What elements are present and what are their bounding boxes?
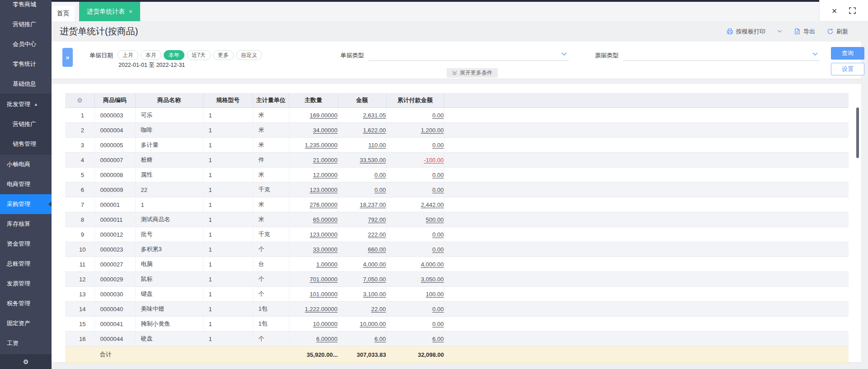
cell-paid-amount: 0.00 (386, 138, 444, 153)
cell-quantity-link[interactable]: 1.00000 (316, 261, 338, 268)
settings-button[interactable]: 设置 (831, 63, 864, 75)
cell-paid-amount-link[interactable]: 0.00 (432, 246, 443, 253)
cell-quantity: 123.00000 (289, 182, 338, 197)
cell-paid-amount-link[interactable]: 0.00 (432, 321, 443, 327)
sidebar-item-5[interactable]: 批发管理▲ (0, 94, 52, 114)
vertical-scrollbar-thumb[interactable] (856, 107, 859, 158)
cell-paid-amount-link[interactable]: 0.00 (432, 142, 443, 149)
sidebar-item-11[interactable]: 库存核算 (0, 214, 52, 234)
cell-product-name: 批号 (135, 227, 203, 242)
sidebar-item-12[interactable]: 资金管理 (0, 234, 52, 254)
sidebar-item-1[interactable]: 营销推广 (0, 14, 52, 34)
sidebar-item-7[interactable]: 销售管理 (0, 134, 52, 154)
date-pill-本月[interactable]: 本月 (141, 50, 161, 60)
cell-quantity-link[interactable]: 34.00000 (313, 127, 337, 134)
cell-paid-amount-link[interactable]: 3,050.00 (421, 276, 444, 283)
tab-close-icon[interactable]: × (129, 9, 132, 14)
tab-home[interactable]: 首页 (52, 6, 75, 21)
cell-amount-link[interactable]: 792.00 (368, 216, 386, 223)
date-pill-近7天[interactable]: 近7天 (187, 50, 211, 60)
sidebar-item-6[interactable]: 营销推广 (0, 114, 52, 134)
cell-quantity-link[interactable]: 1,235.00000 (305, 142, 337, 149)
cell-amount-link[interactable]: 22.00 (371, 306, 386, 313)
sidebar-item-label: 库存核算 (7, 220, 30, 227)
gear-icon[interactable]: ⚙ (23, 358, 29, 365)
cell-quantity-link[interactable]: 12.00000 (313, 172, 337, 178)
cell-paid-amount-link[interactable]: 0.00 (432, 112, 443, 119)
fullscreen-icon[interactable] (849, 7, 856, 14)
cell-quantity-link[interactable]: 33.00000 (313, 246, 337, 253)
cell-quantity-link[interactable]: 21.00000 (313, 157, 337, 163)
cell-amount: 22.00 (338, 302, 386, 317)
sidebar-item-13[interactable]: 总账管理 (0, 254, 52, 274)
close-icon[interactable]: × (832, 6, 837, 15)
date-range-value[interactable]: 2022-01-01 至 2022-12-31 (118, 61, 185, 69)
export-button[interactable]: 导出 (794, 28, 815, 36)
cell-amount-link[interactable]: 10,000.00 (360, 321, 386, 327)
query-button[interactable]: 查询 (831, 47, 864, 60)
refresh-button[interactable]: 刷新 (827, 28, 848, 36)
cell-quantity-link[interactable]: 123.00000 (310, 231, 337, 238)
cell-paid-amount-link[interactable]: 0.00 (432, 306, 443, 313)
cell-amount-link[interactable]: 110.00 (368, 142, 386, 149)
expand-more-conditions-button[interactable]: 展开更多条件 (447, 68, 498, 78)
sidebar-item-17[interactable]: 工资 (0, 333, 52, 353)
print-by-template-button[interactable]: 按模板打印 (726, 28, 765, 36)
sidebar-item-15[interactable]: 税务管理 (0, 294, 52, 313)
cell-quantity-link[interactable]: 169.00000 (310, 112, 337, 119)
column-settings-icon[interactable]: ⚙ (77, 97, 83, 104)
cell-paid-amount-link[interactable]: -100.00 (424, 157, 443, 163)
cell-paid-amount-link[interactable]: 0.00 (432, 231, 443, 238)
doc-type-select[interactable] (368, 49, 569, 61)
sidebar-footer[interactable]: ⚙ (0, 354, 52, 369)
sidebar-item-2[interactable]: 会员中心 (0, 34, 52, 54)
cell-quantity-link[interactable]: 701.00000 (310, 276, 337, 283)
cell-quantity-link[interactable]: 1,222.00000 (305, 306, 337, 313)
cell-amount-link[interactable]: 7,050.00 (363, 276, 386, 283)
date-pill-上月[interactable]: 上月 (118, 50, 138, 60)
sidebar-item-14[interactable]: 发票管理 (0, 274, 52, 294)
cell-amount-link[interactable]: 222.00 (368, 231, 386, 238)
cell-amount-link[interactable]: 660.00 (368, 246, 386, 253)
sidebar-item-0[interactable]: 零售商城 (0, 0, 52, 14)
cell-paid-amount-link[interactable]: 0.00 (432, 172, 443, 178)
cell-paid-amount-link[interactable]: 2,442.00 (421, 201, 444, 208)
cell-quantity-link[interactable]: 10.00000 (313, 321, 337, 327)
table-row: 30000005多计量1米1,235.00000110.000.00 (65, 138, 849, 153)
tab-purchase-report[interactable]: 进货单统计表 × (79, 2, 140, 21)
cell-quantity-link[interactable]: 6.00000 (316, 336, 338, 342)
cell-quantity-link[interactable]: 123.00000 (310, 187, 337, 193)
cell-quantity-link[interactable]: 276.00000 (310, 201, 337, 208)
cell-amount-link[interactable]: 18,237.00 (360, 201, 386, 208)
cell-amount-link[interactable]: 6.00 (374, 336, 386, 342)
sidebar-item-16[interactable]: 固定资产 (0, 313, 52, 333)
sidebar-item-8[interactable]: 小畅电商 (0, 154, 52, 174)
sidebar-item-10[interactable]: 采购管理 (0, 194, 52, 214)
cell-amount-link[interactable]: 2,631.05 (363, 112, 386, 119)
date-pill-更多[interactable]: 更多 (213, 50, 234, 60)
cell-spec-model: 1 (203, 138, 253, 153)
collapse-filter-icon[interactable]: » (62, 48, 73, 67)
sidebar-item-4[interactable]: 基础信息 (0, 74, 52, 94)
cell-paid-amount-link[interactable]: 500.00 (426, 216, 444, 223)
cell-amount-link[interactable]: 0.00 (374, 187, 386, 193)
printer-icon (726, 28, 733, 35)
print-options-chevron-icon[interactable] (777, 30, 782, 33)
cell-paid-amount-link[interactable]: 0.00 (432, 187, 443, 193)
cell-quantity-link[interactable]: 65.00000 (313, 216, 337, 223)
cell-amount-link[interactable]: 3,100.00 (363, 291, 386, 298)
cell-paid-amount-link[interactable]: 4,000.00 (421, 261, 444, 268)
cell-amount-link[interactable]: 4,000.00 (363, 261, 386, 268)
date-pill-本年[interactable]: 本年 (164, 50, 184, 60)
cell-paid-amount-link[interactable]: 6.00 (432, 336, 443, 342)
sidebar-item-3[interactable]: 零售统计 (0, 54, 52, 74)
cell-amount-link[interactable]: 33,530.00 (360, 157, 386, 163)
date-pill-自定义[interactable]: 自定义 (236, 50, 262, 60)
cell-amount-link[interactable]: 0.00 (374, 172, 386, 178)
ticket-type-select[interactable] (623, 49, 820, 61)
cell-amount-link[interactable]: 1,622.00 (363, 127, 386, 134)
cell-paid-amount-link[interactable]: 1,200.00 (421, 127, 444, 134)
cell-quantity-link[interactable]: 101.00000 (310, 291, 337, 298)
sidebar-item-9[interactable]: 电商管理 (0, 174, 52, 194)
cell-paid-amount-link[interactable]: 100.00 (426, 291, 444, 298)
